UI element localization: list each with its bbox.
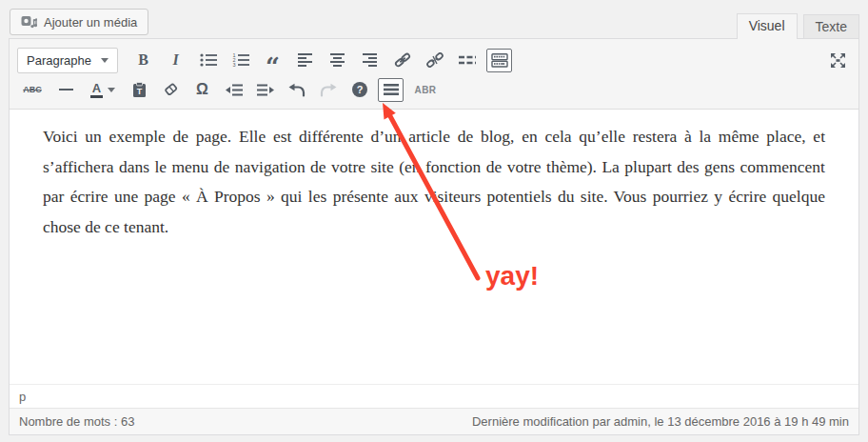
align-left-button[interactable] xyxy=(292,49,318,72)
toolbar-row-2: ABC A xyxy=(17,75,851,104)
wordpress-editor-screen: Ajouter un média Visuel Texte Paragraphe… xyxy=(0,0,868,442)
help-button[interactable]: ? xyxy=(346,78,372,102)
undo-icon xyxy=(288,83,306,97)
bold-icon: B xyxy=(138,51,148,69)
align-center-icon xyxy=(330,52,345,68)
align-right-button[interactable] xyxy=(357,49,383,72)
paste-as-text-button[interactable]: T xyxy=(127,78,152,102)
special-character-button[interactable]: Ω xyxy=(189,78,215,102)
editor-mode-tabs: Visuel Texte xyxy=(737,13,859,39)
blockquote-icon: “ xyxy=(266,63,280,70)
blockquote-button[interactable]: “ xyxy=(260,49,286,72)
svg-text:3: 3 xyxy=(232,62,235,68)
indent-button[interactable] xyxy=(252,78,278,102)
unlink-icon xyxy=(425,52,444,68)
outdent-button[interactable] xyxy=(221,78,247,102)
editor-frame: Paragraphe B I xyxy=(9,38,859,435)
element-path-bar: p xyxy=(10,384,858,408)
tab-text-label: Texte xyxy=(816,19,847,34)
toolbar-toggle-button[interactable] xyxy=(486,49,512,72)
align-center-button[interactable] xyxy=(325,49,350,72)
tab-visual-label: Visuel xyxy=(749,18,785,33)
horizontal-rule-button[interactable] xyxy=(53,78,79,102)
chevron-down-icon xyxy=(108,88,115,92)
bulleted-list-button[interactable] xyxy=(195,49,221,72)
media-icon xyxy=(21,15,37,29)
text-color-button[interactable]: A xyxy=(85,78,121,102)
abbreviation-icon: ABR xyxy=(414,85,436,95)
read-more-icon xyxy=(459,53,476,67)
tab-visual[interactable]: Visuel xyxy=(737,13,798,39)
horizontal-rule-icon xyxy=(59,88,73,91)
paste-text-icon: T xyxy=(132,82,147,98)
justify-button[interactable] xyxy=(378,78,404,102)
keyboard-toggle-icon xyxy=(491,53,508,68)
word-count: Nombre de mots : 63 xyxy=(19,414,134,429)
numbered-list-icon: 1 2 3 xyxy=(232,52,249,68)
chevron-down-icon xyxy=(101,58,108,63)
editor-paragraph[interactable]: Voici un exemple de page. Elle est diffé… xyxy=(10,110,858,242)
remove-link-button[interactable] xyxy=(422,49,447,72)
add-media-label: Ajouter un média xyxy=(44,15,137,30)
svg-text:?: ? xyxy=(356,84,363,95)
strikethrough-icon: ABC xyxy=(23,85,42,94)
numbered-list-button[interactable]: 1 2 3 xyxy=(227,49,253,72)
abbreviation-button[interactable]: ABR xyxy=(409,78,442,102)
fullscreen-button[interactable] xyxy=(825,49,851,72)
format-select-value: Paragraphe xyxy=(27,53,91,68)
align-left-icon xyxy=(298,52,313,68)
read-more-tag-button[interactable] xyxy=(454,49,480,72)
toolbar-row-1: Paragraphe B I xyxy=(17,45,851,75)
justify-icon xyxy=(384,83,399,96)
redo-button[interactable] xyxy=(315,78,341,102)
add-media-button[interactable]: Ajouter un média xyxy=(10,9,148,35)
outdent-icon xyxy=(226,83,243,97)
bold-button[interactable]: B xyxy=(130,49,156,72)
editor-toolbar: Paragraphe B I xyxy=(10,39,858,110)
element-path-item[interactable]: p xyxy=(19,390,26,404)
indent-icon xyxy=(257,83,274,97)
help-icon: ? xyxy=(351,81,368,98)
bulleted-list-icon xyxy=(200,52,217,68)
svg-text:T: T xyxy=(137,86,143,95)
format-select[interactable]: Paragraphe xyxy=(17,48,118,73)
italic-button[interactable]: I xyxy=(163,49,188,72)
insert-link-button[interactable] xyxy=(389,49,415,72)
redo-icon xyxy=(320,83,337,97)
undo-button[interactable] xyxy=(284,78,309,102)
eraser-icon xyxy=(162,82,180,97)
omega-icon: Ω xyxy=(196,81,208,98)
tab-text[interactable]: Texte xyxy=(803,14,859,39)
clear-formatting-button[interactable] xyxy=(158,78,184,102)
editor-status-bar: Nombre de mots : 63 Dernière modificatio… xyxy=(10,408,858,434)
italic-icon: I xyxy=(172,51,178,69)
last-modified: Dernière modification par admin, le 13 d… xyxy=(472,414,849,429)
text-color-icon: A xyxy=(90,82,103,98)
link-icon xyxy=(393,52,412,68)
align-right-icon xyxy=(363,52,378,68)
editor-content-area[interactable]: Voici un exemple de page. Elle est diffé… xyxy=(10,110,858,384)
fullscreen-icon xyxy=(830,52,846,69)
strikethrough-button[interactable]: ABC xyxy=(17,78,48,102)
